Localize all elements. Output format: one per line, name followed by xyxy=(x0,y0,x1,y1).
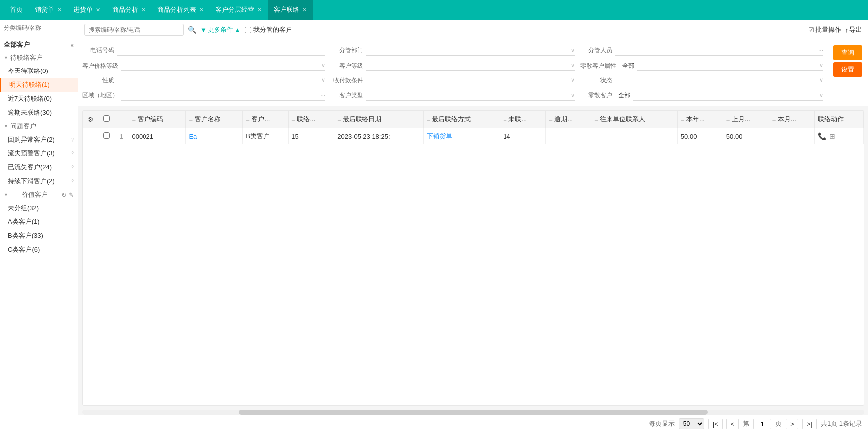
filter-bar: 🔍 ▼ 更多条件 ▲ 我分管的客户 ☑ 批量操作 ↑ 导出 xyxy=(78,20,868,40)
sidebar-item-7days[interactable]: 近7天待联络(0) xyxy=(0,92,78,106)
filter-label-attr: 零散客户属性 xyxy=(580,62,619,70)
row-checkbox-cell xyxy=(99,128,114,144)
first-page-btn[interactable]: |< xyxy=(708,419,723,429)
value-refresh-icon[interactable]: ↻ xyxy=(61,191,67,199)
last-page-btn[interactable]: >| xyxy=(802,419,817,429)
nav-sales[interactable]: 销货单 ✕ xyxy=(29,0,68,20)
cust-type-chevron: ∨ xyxy=(571,92,575,99)
help-icon-decline[interactable]: ? xyxy=(71,178,74,184)
settings-button[interactable]: 设置 xyxy=(833,62,862,77)
nav-customer-tier[interactable]: 客户分层经营 ✕ xyxy=(210,0,268,20)
value-edit-icon[interactable]: ✎ xyxy=(69,191,74,199)
sidebar-item-tomorrow[interactable]: 明天待联络(1) xyxy=(0,78,78,92)
filter-label-cust-type: 客户类型 xyxy=(331,91,366,100)
settings-icon[interactable]: ⚙ xyxy=(88,116,94,123)
sidebar-collapse-icon[interactable]: « xyxy=(71,41,74,49)
nav-customer-contact[interactable]: 客户联络 ✕ xyxy=(268,0,313,20)
filter-cell-dept: 分管部门 ∨ xyxy=(331,46,580,56)
nav-goods-analysis-list[interactable]: 商品分析列表 ✕ xyxy=(151,0,210,20)
sidebar-item-class-a[interactable]: A类客户(1) xyxy=(0,215,78,229)
close-purchase-icon[interactable]: ✕ xyxy=(96,7,100,13)
my-customers-check[interactable] xyxy=(245,27,251,33)
sidebar-item-repurchase[interactable]: 回购异常客户(2) ? xyxy=(0,133,78,146)
filter-search-input[interactable] xyxy=(84,24,184,36)
filter-search-icon[interactable]: 🔍 xyxy=(188,26,196,34)
select-all-checkbox[interactable] xyxy=(103,115,110,122)
filter-control-price-tier[interactable]: ∨ xyxy=(121,61,325,71)
batch-action-btn[interactable]: ☑ 批量操作 xyxy=(808,25,841,34)
filter-control-phone[interactable] xyxy=(117,45,325,56)
sidebar-search-input[interactable] xyxy=(4,24,78,31)
filter-row-3: 性质 ∨ 收付款条件 ∨ 状态 xyxy=(82,75,829,85)
close-customer-contact-icon[interactable]: ✕ xyxy=(302,7,307,13)
page-input[interactable] xyxy=(753,419,771,429)
help-icon-lost[interactable]: ? xyxy=(71,164,74,170)
more-conditions-btn[interactable]: ▼ 更多条件 ▲ xyxy=(200,25,241,34)
col-this-month: ≡ 本月... xyxy=(769,111,814,128)
content-area: 🔍 ▼ 更多条件 ▲ 我分管的客户 ☑ 批量操作 ↑ 导出 xyxy=(78,20,868,432)
col-name: ≡ 客户名称 xyxy=(186,111,243,128)
filter-label-region: 区域（地区） xyxy=(82,91,121,100)
sidebar-item-lost-risk[interactable]: 流失预警客户(3) ? xyxy=(0,146,78,160)
table-header-row: ⚙ ≡ 客户编码 ≡ 客户名称 ≡ 客户... xyxy=(83,111,864,128)
row-last-month: 50.00 xyxy=(723,128,769,144)
filter-control-retail[interactable]: ∨ xyxy=(633,91,823,101)
all-customers-header: 全部客户 « xyxy=(0,36,78,51)
filter-control-region[interactable]: ··· xyxy=(121,90,325,101)
payment-chevron: ∨ xyxy=(571,77,575,83)
filter-control-tier[interactable]: ∨ xyxy=(366,61,574,71)
nav-goods-analysis[interactable]: 商品分析 ✕ xyxy=(106,0,151,20)
close-goods-analysis-list-icon[interactable]: ✕ xyxy=(199,7,204,13)
data-table: ⚙ ≡ 客户编码 ≡ 客户名称 ≡ 客户... xyxy=(83,111,864,144)
scrollbar-thumb[interactable] xyxy=(239,410,708,415)
help-icon-lost-risk[interactable]: ? xyxy=(71,150,74,156)
sidebar-item-decline[interactable]: 持续下滑客户(2) ? xyxy=(0,174,78,188)
person-dots: ··· xyxy=(818,47,823,54)
filter-control-status[interactable]: ∨ xyxy=(615,75,823,85)
close-sales-icon[interactable]: ✕ xyxy=(57,7,62,13)
filter-row-2: 客户价格等级 ∨ 客户等级 ∨ 零散客户属性 xyxy=(82,61,829,71)
horizontal-scrollbar[interactable] xyxy=(82,410,864,415)
next-page-btn[interactable]: > xyxy=(786,419,798,429)
filter-control-person[interactable]: ··· xyxy=(615,45,823,56)
sidebar-item-class-c[interactable]: C类客户(6) xyxy=(0,243,78,257)
nav-purchase[interactable]: 进货单 ✕ xyxy=(68,0,106,20)
filter-label-dept: 分管部门 xyxy=(331,46,366,55)
sidebar-item-ungrouped[interactable]: 未分组(32) xyxy=(0,201,78,215)
close-goods-analysis-icon[interactable]: ✕ xyxy=(141,7,145,13)
filter-control-nature[interactable]: ∨ xyxy=(117,75,325,85)
nav-home[interactable]: 首页 xyxy=(4,0,29,20)
export-btn[interactable]: ↑ 导出 xyxy=(845,25,863,34)
more-action-icon[interactable]: ⊞ xyxy=(829,132,835,140)
row-checkbox[interactable] xyxy=(103,132,110,139)
filter-label-person: 分管人员 xyxy=(580,46,615,55)
filter-control-cust-type[interactable]: ∨ xyxy=(366,91,574,101)
query-button[interactable]: 查询 xyxy=(833,45,862,60)
filter-control-payment[interactable]: ∨ xyxy=(366,75,574,85)
sidebar-group-problem[interactable]: 问题客户 xyxy=(0,120,78,133)
prev-page-btn[interactable]: < xyxy=(726,419,739,429)
filter-control-dept[interactable]: ∨ xyxy=(366,46,574,56)
sidebar-item-class-b[interactable]: B类客户(33) xyxy=(0,229,78,243)
per-page-select[interactable]: 50 100 200 xyxy=(679,418,704,429)
help-icon-repurchase[interactable]: ? xyxy=(71,137,74,143)
sidebar-item-overdue[interactable]: 逾期未联络(30) xyxy=(0,106,78,120)
phone-action-icon[interactable]: 📞 xyxy=(818,132,826,140)
close-customer-tier-icon[interactable]: ✕ xyxy=(257,7,262,13)
advanced-filter-panel: 电话号码 分管部门 ∨ 分管人员 xyxy=(78,40,868,106)
total-info: 共1页 1条记录 xyxy=(821,419,862,428)
sidebar-item-lost[interactable]: 已流失客户(24) ? xyxy=(0,160,78,174)
row-settings-cell xyxy=(83,128,99,144)
row-last-method[interactable]: 下销货单 xyxy=(424,128,500,144)
filter-control-attr[interactable]: ∨ xyxy=(637,61,823,71)
row-name[interactable]: Ea xyxy=(186,128,243,144)
col-settings[interactable]: ⚙ xyxy=(83,111,99,128)
filter-label-tier: 客户等级 xyxy=(331,62,366,70)
row-not-contacted: 14 xyxy=(500,128,546,144)
col-this-year: ≡ 本年... xyxy=(677,111,723,128)
filter-input-phone[interactable] xyxy=(117,47,325,54)
my-customers-checkbox[interactable]: 我分管的客户 xyxy=(245,25,292,34)
sidebar-group-value[interactable]: 价值客户 ↻ ✎ xyxy=(0,188,78,201)
sidebar-item-today[interactable]: 今天待联络(0) xyxy=(0,64,78,78)
sidebar-group-pending[interactable]: 待联络客户 xyxy=(0,51,78,64)
